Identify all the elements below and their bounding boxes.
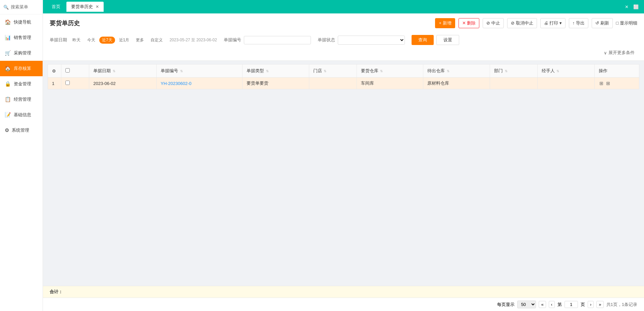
- home-icon: 🏠: [5, 19, 11, 25]
- sidebar-item-system[interactable]: ⚙ 系统管理: [0, 123, 43, 138]
- status-select[interactable]: [338, 36, 405, 45]
- sort-type-icon[interactable]: ⇅: [266, 69, 269, 73]
- row-action: ⊞ ⊞: [594, 78, 639, 89]
- page-input[interactable]: [565, 301, 578, 308]
- sort-handler-icon[interactable]: ⇅: [556, 69, 559, 73]
- table-settings-icon[interactable]: ⚙: [48, 64, 61, 78]
- sidebar-item-operations[interactable]: 📋 经营管理: [0, 92, 43, 107]
- date-filter-label: 单据日期: [50, 37, 67, 43]
- tab-history-label: 要货单历史: [71, 4, 93, 10]
- date-option-more[interactable]: 更多: [133, 37, 147, 44]
- row-department: [490, 78, 538, 89]
- window-close-icon[interactable]: ✕: [624, 4, 630, 10]
- sidebar-item-label: 库存核算: [14, 65, 31, 72]
- page-title-row: 要货单历史 + 新增 ✕ 删除 ⊘ 中止 ⊘ 取消中止 🖨 打印 ▾ ↑ 导出 …: [50, 18, 637, 28]
- sidebar-item-label: 销售管理: [14, 35, 31, 41]
- page-label: 第: [557, 302, 562, 308]
- delete-button[interactable]: ✕ 删除: [459, 18, 480, 28]
- sidebar-search[interactable]: 🔍 搜索菜单: [0, 0, 43, 14]
- total-info: 共1页，1条记录: [606, 302, 637, 308]
- filter-bottom: ∨ 展开更多条件: [50, 48, 637, 60]
- sidebar-item-purchase[interactable]: 🛒 采购管理: [0, 45, 43, 61]
- cart-icon: 🛒: [5, 50, 11, 56]
- row-number-link[interactable]: YH-20230602-0: [161, 81, 192, 86]
- sidebar-item-label: 采购管理: [14, 50, 31, 56]
- data-table: ⚙ 单据日期 ⇅ 单据编号 ⇅ 单据类型 ⇅: [48, 64, 639, 89]
- sidebar-item-label: 基础信息: [14, 112, 31, 118]
- sort-req-warehouse-icon[interactable]: ⇅: [380, 69, 383, 73]
- date-option-today[interactable]: 今天: [85, 37, 98, 44]
- row-edit-icon[interactable]: ⊞: [599, 81, 603, 86]
- footer-summary: 合计：: [43, 286, 644, 298]
- date-option-week7[interactable]: 近7天: [99, 37, 115, 44]
- order-no-input[interactable]: [244, 36, 311, 44]
- expand-filter-btn[interactable]: ∨ 展开更多条件: [601, 48, 637, 57]
- sidebar-item-label: 经营管理: [14, 96, 31, 102]
- query-button[interactable]: 查询: [412, 35, 434, 45]
- first-page-btn[interactable]: «: [539, 301, 546, 308]
- sidebar-item-finance[interactable]: 🔒 资金管理: [0, 76, 43, 92]
- page-title: 要货单历史: [50, 19, 80, 27]
- per-page-label: 每页显示: [497, 302, 515, 308]
- date-option-yesterday[interactable]: 昨天: [70, 37, 83, 44]
- row-checkbox-cell: [61, 78, 89, 89]
- setting-button[interactable]: 设置: [436, 35, 459, 45]
- date-option-custom[interactable]: 自定义: [148, 37, 165, 44]
- search-icon: 🔍: [3, 5, 9, 10]
- stop-button[interactable]: ⊘ 中止: [483, 18, 504, 28]
- table-col-handler: 经手人 ⇅: [537, 64, 594, 78]
- sidebar-item-inventory[interactable]: 🏠 库存核算: [0, 61, 43, 76]
- pagination: 每页显示 50 10 20 100 « ‹ 第 页 › » 共1页，1条记录: [43, 298, 644, 311]
- sort-number-icon[interactable]: ⇅: [180, 69, 183, 73]
- sort-date-icon[interactable]: ⇅: [113, 69, 115, 73]
- sidebar-item-basic[interactable]: 📝 基础信息: [0, 107, 43, 123]
- sidebar-item-label: 资金管理: [14, 81, 31, 87]
- new-button[interactable]: + 新增: [435, 18, 455, 28]
- table-body: 1 2023-06-02 YH-20230602-0 要货单要货 车间库 原材料…: [48, 78, 639, 89]
- page-suffix: 页: [581, 302, 585, 308]
- row-more-icon[interactable]: ⊞: [606, 81, 610, 86]
- prev-page-btn[interactable]: ‹: [549, 301, 555, 308]
- sidebar-item-sales[interactable]: 📊 销售管理: [0, 30, 43, 45]
- sort-store-icon[interactable]: ⇅: [324, 69, 326, 73]
- select-all-checkbox[interactable]: [65, 68, 70, 73]
- status-filter-group: 单据状态: [318, 36, 405, 45]
- next-page-btn[interactable]: ›: [588, 301, 594, 308]
- table-col-date: 单据日期 ⇅: [89, 64, 157, 78]
- filter-action-buttons: 查询 设置: [412, 35, 459, 45]
- sidebar-item-quick-nav[interactable]: 🏠 快捷导航: [0, 14, 43, 30]
- sidebar: 🔍 搜索菜单 🏠 快捷导航 📊 销售管理 🛒 采购管理 🏠 库存核算 🔒 资金管…: [0, 0, 43, 311]
- per-page-select[interactable]: 50 10 20 100: [517, 301, 536, 308]
- export-button[interactable]: ↑ 导出: [569, 18, 588, 28]
- chart-icon: 📊: [5, 35, 11, 41]
- row-num: 1: [48, 78, 61, 89]
- tab-close-icon[interactable]: ✕: [96, 4, 99, 9]
- window-maximize-icon[interactable]: ⬜: [632, 4, 640, 10]
- document-icon: 📝: [5, 112, 11, 118]
- status-label: 单据状态: [318, 37, 335, 43]
- sort-department-icon[interactable]: ⇅: [505, 69, 507, 73]
- row-pending-warehouse: 原材料仓库: [423, 78, 490, 89]
- cancel-stop-button[interactable]: ⊘ 取消中止: [507, 18, 537, 28]
- row-type: 要货单要货: [243, 78, 309, 89]
- table-col-pending-warehouse: 待出仓库 ⇅: [423, 64, 490, 78]
- refresh-button[interactable]: ↺ 刷新: [592, 18, 613, 28]
- table-col-req-warehouse: 要货仓库 ⇅: [357, 64, 423, 78]
- show-detail-label: □ 显示明细: [616, 20, 637, 26]
- date-option-month1[interactable]: 近1月: [116, 37, 132, 44]
- sort-pending-warehouse-icon[interactable]: ⇅: [447, 69, 449, 73]
- tab-home[interactable]: 首页: [47, 2, 65, 12]
- sidebar-item-label: 系统管理: [12, 127, 29, 133]
- row-checkbox[interactable]: [65, 81, 70, 85]
- chevron-down-icon: ∨: [604, 50, 607, 55]
- show-detail-toggle[interactable]: □ 显示明细: [616, 20, 637, 26]
- order-no-label: 单据编号: [224, 37, 241, 43]
- print-button[interactable]: 🖨 打印 ▾: [540, 18, 566, 28]
- sidebar-item-label: 快捷导航: [14, 19, 31, 25]
- row-number: YH-20230602-0: [156, 78, 242, 89]
- last-page-btn[interactable]: »: [596, 301, 603, 308]
- tab-history[interactable]: 要货单历史 ✕: [66, 2, 104, 12]
- tab-home-label: 首页: [52, 4, 60, 10]
- date-options: 昨天 今天 近7天 近1月 更多 自定义: [70, 37, 165, 44]
- order-no-filter-group: 单据编号: [224, 36, 311, 44]
